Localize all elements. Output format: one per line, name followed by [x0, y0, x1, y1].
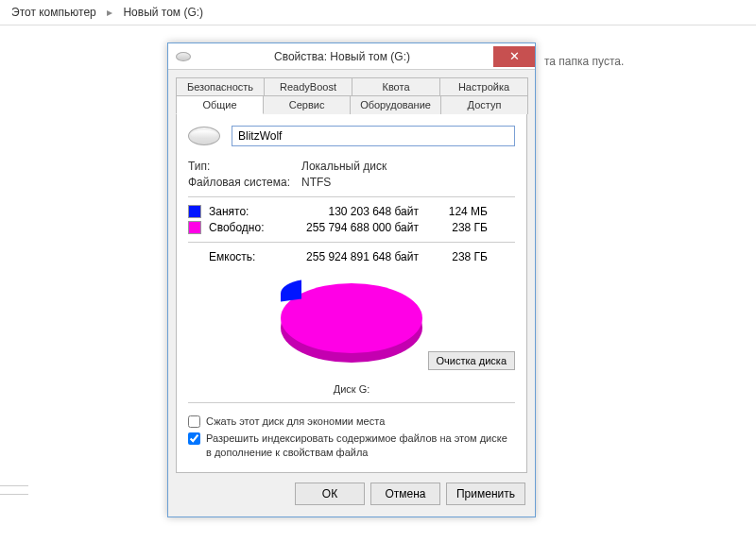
- free-color-swatch: [188, 221, 201, 234]
- breadcrumb[interactable]: Этот компьютер ▸ Новый том (G:): [0, 0, 756, 25]
- tab-readyboost[interactable]: ReadyBoost: [264, 77, 352, 95]
- folder-empty-text: та папка пуста.: [544, 55, 624, 68]
- tab-access[interactable]: Доступ: [440, 95, 528, 114]
- index-label[interactable]: Разрешить индексировать содержимое файло…: [206, 432, 515, 459]
- used-bytes: 130 203 648 байт: [294, 205, 436, 218]
- ok-button[interactable]: ОК: [295, 483, 365, 505]
- type-value: Локальный диск: [301, 160, 387, 173]
- dialog-title: Свойства: Новый том (G:): [191, 50, 493, 63]
- filesystem-value: NTFS: [301, 176, 331, 189]
- divider: [188, 242, 515, 243]
- divider: [188, 402, 515, 403]
- tab-hardware[interactable]: Оборудование: [350, 95, 441, 114]
- tab-settings[interactable]: Настройка: [439, 77, 528, 95]
- cancel-button[interactable]: Отмена: [370, 483, 440, 505]
- used-label: Занято:: [209, 205, 294, 218]
- type-label: Тип:: [188, 160, 301, 173]
- free-bytes: 255 794 688 000 байт: [294, 221, 436, 234]
- tab-quota[interactable]: Квота: [352, 77, 440, 95]
- chevron-right-icon: ▸: [107, 6, 112, 19]
- tab-service[interactable]: Сервис: [263, 95, 351, 114]
- drive-icon: [176, 52, 191, 61]
- capacity-bytes: 255 924 891 648 байт: [294, 250, 436, 263]
- drive-icon: [188, 127, 220, 145]
- filesystem-label: Файловая система:: [188, 176, 301, 189]
- capacity-label: Емкость:: [209, 250, 294, 263]
- titlebar[interactable]: Свойства: Новый том (G:) ✕: [168, 43, 535, 70]
- explorer-bottom-strip: [0, 485, 28, 495]
- tab-security[interactable]: Безопасность: [176, 77, 265, 95]
- disk-caption: Диск G:: [188, 383, 515, 395]
- tab-panel-general: Тип: Локальный диск Файловая система: NT…: [176, 113, 527, 473]
- breadcrumb-current[interactable]: Новый том (G:): [123, 6, 203, 19]
- apply-button[interactable]: Применить: [446, 483, 525, 505]
- properties-dialog: Свойства: Новый том (G:) ✕ Безопасность …: [167, 42, 536, 517]
- free-human: 238 ГБ: [436, 221, 488, 234]
- compress-label[interactable]: Сжать этот диск для экономии места: [206, 415, 385, 428]
- dialog-button-bar: ОК Отмена Применить: [168, 473, 535, 517]
- pie-used-slice: [281, 279, 301, 301]
- index-checkbox[interactable]: [188, 432, 200, 445]
- close-button[interactable]: ✕: [493, 46, 535, 67]
- tab-general[interactable]: Общие: [176, 95, 264, 114]
- breadcrumb-root[interactable]: Этот компьютер: [11, 6, 96, 19]
- used-human: 124 МБ: [436, 205, 488, 218]
- compress-checkbox[interactable]: [188, 415, 200, 428]
- usage-pie-chart: [281, 283, 422, 353]
- used-color-swatch: [188, 205, 201, 218]
- disk-cleanup-button[interactable]: Очистка диска: [428, 351, 515, 370]
- divider: [188, 196, 515, 197]
- free-label: Свободно:: [209, 221, 294, 234]
- volume-name-input[interactable]: [232, 126, 515, 146]
- capacity-human: 238 ГБ: [436, 250, 488, 263]
